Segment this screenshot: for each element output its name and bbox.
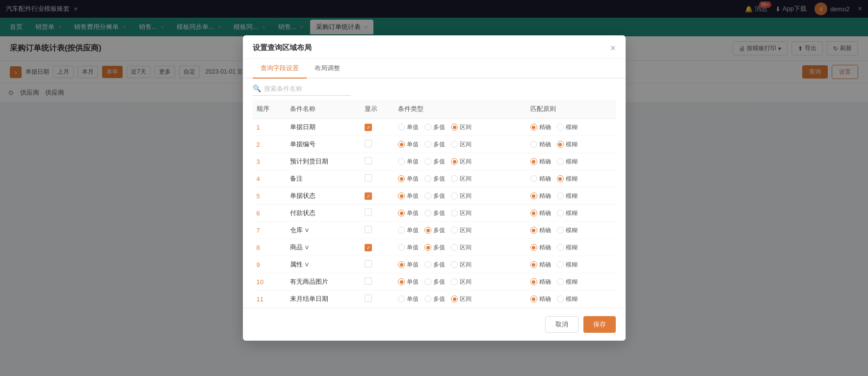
dialog-table-wrap: 顺序 条件名称 显示 条件类型 匹配原则 1单据日期单值多值区间精确模糊2单据编…	[243, 100, 626, 103]
dialog-search-area: 🔍	[243, 79, 626, 100]
col-seq: 顺序	[253, 100, 286, 103]
modal-overlay: 设置查询区域布局 × 查询字段设置 布局调整 🔍 顺序 条件名称 显示	[0, 0, 868, 103]
fields-table: 顺序 条件名称 显示 条件类型 匹配原则 1单据日期单值多值区间精确模糊2单据编…	[253, 100, 616, 103]
col-match: 匹配原则	[526, 100, 616, 103]
search-box: 🔍	[253, 84, 351, 96]
search-icon: 🔍	[253, 84, 261, 92]
search-input[interactable]	[264, 85, 342, 92]
col-name: 条件名称	[286, 100, 361, 103]
dialog-title: 设置查询区域布局	[253, 43, 312, 53]
tab-fields[interactable]: 查询字段设置	[253, 59, 307, 79]
dialog-tabs: 查询字段设置 布局调整	[243, 59, 626, 79]
tab-layout[interactable]: 布局调整	[307, 59, 348, 79]
settings-dialog: 设置查询区域布局 × 查询字段设置 布局调整 🔍 顺序 条件名称 显示	[243, 35, 626, 103]
dialog-close-button[interactable]: ×	[610, 44, 616, 53]
col-type: 条件类型	[394, 100, 526, 103]
col-display: 显示	[361, 100, 394, 103]
dialog-header: 设置查询区域布局 ×	[243, 35, 626, 59]
